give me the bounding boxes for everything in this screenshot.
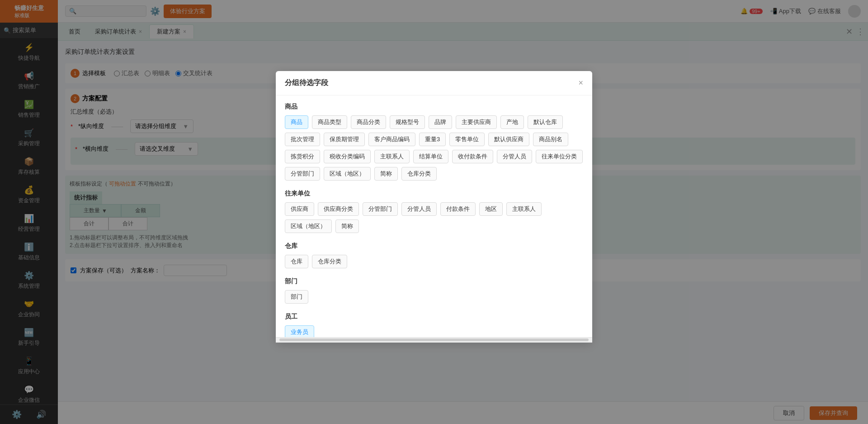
warehouse-fields: 仓库 仓库分类 (285, 255, 583, 268)
section-department: 部门 部门 (285, 277, 583, 304)
field-product-alias[interactable]: 商品别名 (533, 133, 568, 146)
field-mgmt-dept[interactable]: 分管部门 (285, 167, 320, 181)
dialog-body[interactable]: 商品 商品 商品类型 商品分类 规格型号 品牌 主要供应商 产地 默认仓库 批次… (276, 95, 592, 337)
field-warehouse-cat[interactable]: 仓库分类 (401, 167, 437, 181)
employee-fields: 业务员 (285, 325, 583, 337)
field-main-supplier[interactable]: 主要供应商 (456, 115, 497, 129)
hscrollbar-thumb (279, 338, 589, 341)
field-warehouse[interactable]: 仓库 (285, 255, 308, 268)
field-origin[interactable]: 产地 (500, 115, 524, 129)
section-employee: 员工 业务员 (285, 313, 583, 337)
field-partner-area[interactable]: 区域（地区） (285, 219, 332, 233)
field-supplier[interactable]: 供应商 (285, 202, 314, 216)
section-product-title: 商品 (285, 103, 583, 111)
field-partner-manager[interactable]: 分管人员 (401, 202, 437, 216)
section-employee-title: 员工 (285, 313, 583, 321)
dialog-hscrollbar[interactable] (276, 337, 592, 343)
field-brand[interactable]: 品牌 (429, 115, 452, 129)
field-product-category[interactable]: 商品分类 (351, 115, 386, 129)
section-partner-title: 往来单位 (285, 190, 583, 198)
field-region[interactable]: 区域（地区） (324, 167, 371, 181)
field-partner-contact[interactable]: 主联系人 (506, 202, 542, 216)
dialog: 分组待选字段 × 商品 商品 商品类型 商品分类 规格型号 品牌 主要供应商 产… (276, 71, 592, 343)
dialog-header: 分组待选字段 × (276, 71, 592, 95)
section-product: 商品 商品 商品类型 商品分类 规格型号 品牌 主要供应商 产地 默认仓库 批次… (285, 103, 583, 181)
field-main-contact[interactable]: 主联系人 (374, 150, 410, 163)
section-department-title: 部门 (285, 277, 583, 286)
field-payment-terms[interactable]: 收付款条件 (452, 150, 493, 163)
field-spec-type[interactable]: 规格型号 (390, 115, 425, 129)
field-retail-unit[interactable]: 零售单位 (449, 133, 485, 146)
field-default-supplier[interactable]: 默认供应商 (488, 133, 529, 146)
field-weight3[interactable]: 重量3 (419, 133, 446, 146)
field-product[interactable]: 商品 (285, 115, 308, 129)
department-fields: 部门 (285, 290, 583, 304)
section-warehouse: 仓库 仓库 仓库分类 (285, 242, 583, 268)
field-supplier-cat[interactable]: 供应商分类 (318, 202, 359, 216)
dialog-close-button[interactable]: × (578, 78, 583, 88)
field-partner-dept[interactable]: 分管部门 (363, 202, 398, 216)
field-batch-mgmt[interactable]: 批次管理 (285, 133, 320, 146)
field-tax-code[interactable]: 税收分类编码 (324, 150, 371, 163)
field-manager[interactable]: 分管人员 (497, 150, 532, 163)
field-default-warehouse[interactable]: 默认仓库 (528, 115, 563, 129)
field-partner-region[interactable]: 地区 (479, 202, 503, 216)
field-customer-code[interactable]: 客户商品编码 (368, 133, 415, 146)
dialog-title: 分组待选字段 (285, 78, 328, 88)
partner-fields: 供应商 供应商分类 分管部门 分管人员 付款条件 地区 主联系人 区域（地区） … (285, 202, 583, 233)
field-partner-abbr[interactable]: 简称 (335, 219, 359, 233)
field-settlement-unit[interactable]: 结算单位 (413, 150, 448, 163)
section-partner: 往来单位 供应商 供应商分类 分管部门 分管人员 付款条件 地区 主联系人 区域… (285, 190, 583, 233)
field-abbr[interactable]: 简称 (374, 167, 398, 181)
field-from-unit-cat[interactable]: 往来单位分类 (536, 150, 583, 163)
field-quality-mgmt[interactable]: 保质期管理 (324, 133, 365, 146)
field-partner-payment[interactable]: 付款条件 (440, 202, 476, 216)
field-dept[interactable]: 部门 (285, 290, 308, 304)
section-warehouse-title: 仓库 (285, 242, 583, 250)
field-sales-rep[interactable]: 业务员 (285, 325, 314, 337)
field-pickup-score[interactable]: 拣货积分 (285, 150, 320, 163)
field-product-type[interactable]: 商品类型 (312, 115, 347, 129)
product-fields: 商品 商品类型 商品分类 规格型号 品牌 主要供应商 产地 默认仓库 批次管理 … (285, 115, 583, 181)
field-warehouse-category[interactable]: 仓库分类 (312, 255, 347, 268)
